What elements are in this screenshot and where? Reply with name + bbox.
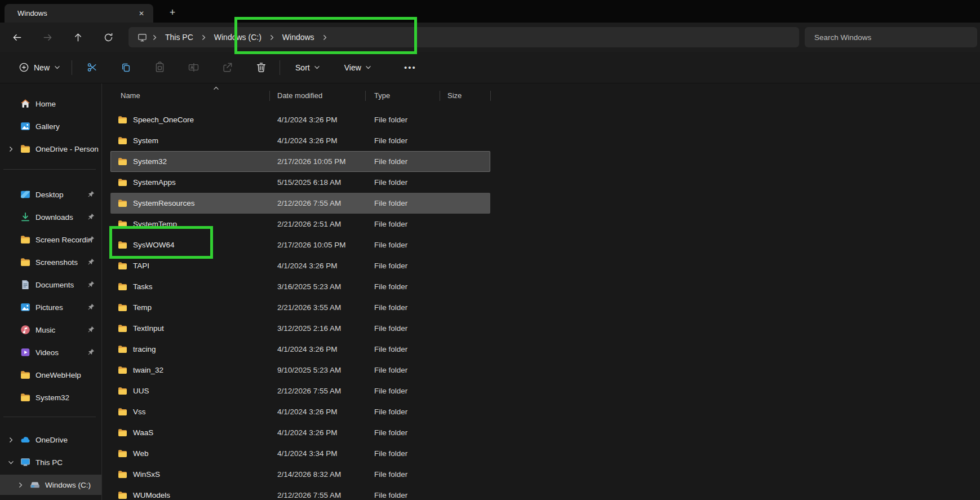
back-button[interactable]	[7, 27, 27, 47]
file-row-twain_32[interactable]: twain_329/10/2025 5:23 AMFile folder	[110, 360, 490, 380]
file-row-UUS[interactable]: UUS2/12/2026 7:55 AMFile folder	[110, 380, 490, 401]
address-bar[interactable]: This PCWindows (C:)Windows	[128, 27, 799, 47]
file-row-Web[interactable]: Web4/1/2024 3:34 PMFile folder	[110, 443, 490, 464]
breadcrumb: This PCWindows (C:)Windows	[159, 27, 329, 47]
column-divider[interactable]	[440, 91, 440, 101]
sidebar-item-music[interactable]: Music	[2, 320, 100, 340]
column-divider[interactable]	[365, 91, 366, 101]
file-row-Tasks[interactable]: Tasks3/16/2025 5:23 AMFile folder	[110, 276, 490, 297]
sidebar-item-label: Downloads	[36, 213, 73, 222]
chevron-right-icon[interactable]	[8, 437, 20, 443]
paste-button[interactable]	[146, 57, 173, 78]
folder-icon	[118, 198, 127, 208]
chevron-right-icon[interactable]	[268, 34, 276, 41]
sidebar-item-label: Windows (C:)	[45, 481, 91, 489]
file-type: File folder	[374, 130, 407, 151]
sidebar-item-videos[interactable]: Videos	[2, 342, 100, 362]
gallery-icon	[20, 121, 30, 131]
breadcrumb-item-this-pc[interactable]: This PC	[159, 27, 199, 47]
file-type: File folder	[374, 422, 407, 443]
chevron-down-icon[interactable]	[8, 459, 20, 466]
sidebar-item-onewebhelp[interactable]: OneWebHelp	[2, 365, 100, 385]
chevron-right-icon[interactable]	[8, 146, 20, 152]
file-row-System[interactable]: System4/1/2024 3:26 PMFile folder	[110, 130, 490, 151]
file-type: File folder	[374, 172, 407, 193]
column-divider[interactable]	[269, 91, 270, 101]
file-row-Speech_OneCore[interactable]: Speech_OneCore4/1/2024 3:26 PMFile folde…	[110, 109, 490, 130]
delete-button[interactable]	[247, 57, 274, 78]
cut-button[interactable]	[78, 57, 105, 78]
sidebar-item-gallery[interactable]: Gallery	[2, 116, 100, 136]
file-date-modified: 2/12/2026 7:55 AM	[277, 193, 341, 214]
file-row-WUModels[interactable]: WUModels2/12/2026 7:55 AMFile folder	[110, 485, 490, 500]
file-name: System	[133, 130, 158, 151]
breadcrumb-item-windows-c[interactable]: Windows (C:)	[208, 27, 268, 47]
copy-button[interactable]	[112, 57, 139, 78]
search-input[interactable]: Search Windows	[805, 27, 977, 47]
sidebar-item-label: Videos	[36, 348, 59, 357]
file-row-SystemApps[interactable]: SystemApps5/15/2025 6:18 AMFile folder	[110, 172, 490, 193]
plus-circle-icon	[19, 62, 29, 73]
sidebar-item-system32[interactable]: System32	[2, 387, 100, 408]
chevron-down-icon	[314, 64, 320, 70]
sidebar-item-downloads[interactable]: Downloads	[2, 207, 100, 227]
column-header-date-modified[interactable]: Date modified	[277, 86, 322, 105]
sidebar-item-pictures[interactable]: Pictures	[2, 297, 100, 317]
file-row-WinSxS[interactable]: WinSxS2/14/2026 8:32 AMFile folder	[110, 464, 490, 485]
new-button-label: New	[34, 63, 50, 72]
sidebar-item-screenshots[interactable]: Screenshots	[2, 252, 100, 272]
file-row-TextInput[interactable]: TextInput3/12/2025 2:16 AMFile folder	[110, 318, 490, 339]
file-row-System32[interactable]: System322/17/2026 10:05 PMFile folder	[110, 151, 490, 172]
sidebar-item-windows-c[interactable]: Windows (C:)	[0, 475, 101, 495]
folder-icon	[118, 490, 127, 500]
more-options-button[interactable]: •••	[399, 57, 422, 78]
file-row-SystemResources[interactable]: SystemResources2/12/2026 7:55 AMFile fol…	[110, 193, 490, 214]
sort-button[interactable]: Sort	[285, 59, 326, 76]
arrow-left-icon	[12, 32, 23, 43]
rename-button[interactable]	[180, 57, 207, 78]
file-row-WaaS[interactable]: WaaS4/1/2024 3:26 PMFile folder	[110, 422, 490, 443]
chevron-right-icon[interactable]	[321, 34, 329, 41]
delete-icon	[255, 61, 267, 73]
column-header-name[interactable]: Name	[121, 86, 140, 105]
sidebar-item-desktop[interactable]: Desktop	[2, 184, 100, 205]
column-header-size[interactable]: Size	[447, 86, 462, 105]
sidebar-item-screen-recordin[interactable]: Screen Recordin	[2, 229, 100, 250]
sidebar-item-onedrive[interactable]: OneDrive	[2, 430, 100, 450]
breadcrumb-item-windows[interactable]: Windows	[276, 27, 321, 47]
file-row-Vss[interactable]: Vss4/1/2024 3:26 PMFile folder	[110, 401, 490, 422]
refresh-button[interactable]	[98, 27, 118, 47]
file-row-SystemTemp[interactable]: SystemTemp2/21/2026 2:51 AMFile folder	[110, 214, 490, 234]
sidebar-item-onedrive-persona[interactable]: OneDrive - Persona	[2, 139, 100, 159]
file-pane: Name Date modified Type Size Speech_OneC…	[103, 83, 980, 500]
sidebar-item-documents[interactable]: Documents	[2, 275, 100, 295]
forward-button[interactable]	[37, 27, 57, 47]
sidebar-item-label: OneWebHelp	[36, 371, 81, 379]
sidebar-divider	[3, 417, 96, 417]
file-row-TAPI[interactable]: TAPI4/1/2024 3:26 PMFile folder	[110, 255, 490, 276]
location-monitor-icon[interactable]	[134, 33, 150, 42]
new-button[interactable]: New	[12, 58, 66, 77]
share-button[interactable]	[214, 57, 241, 78]
rename-icon	[188, 61, 199, 73]
new-tab-button[interactable]: +	[165, 5, 180, 20]
sidebar-item-this-pc[interactable]: This PC	[2, 452, 100, 472]
tab-close-button[interactable]: ✕	[135, 7, 148, 20]
chevron-right-icon[interactable]	[199, 34, 208, 41]
file-row-SysWOW64[interactable]: SysWOW642/17/2026 10:05 PMFile folder	[110, 234, 490, 255]
sidebar-item-home[interactable]: Home	[2, 94, 100, 114]
chevron-right-icon[interactable]	[17, 482, 30, 488]
column-header-type[interactable]: Type	[374, 86, 390, 105]
view-button[interactable]: View	[334, 59, 378, 76]
sidebar: HomeGalleryOneDrive - PersonaDesktopDown…	[0, 83, 102, 500]
up-button[interactable]	[68, 27, 88, 47]
file-row-tracing[interactable]: tracing4/1/2024 3:26 PMFile folder	[110, 339, 490, 360]
explorer-tab[interactable]: Windows ✕	[5, 4, 153, 23]
file-date-modified: 2/12/2026 7:55 AM	[277, 380, 341, 401]
column-divider[interactable]	[490, 91, 491, 101]
file-type: File folder	[374, 276, 407, 297]
sort-ascending-caret-icon	[212, 85, 220, 91]
file-name: twain_32	[133, 360, 163, 380]
file-row-Temp[interactable]: Temp2/21/2026 3:55 AMFile folder	[110, 297, 490, 318]
chevron-right-icon[interactable]	[150, 34, 159, 41]
